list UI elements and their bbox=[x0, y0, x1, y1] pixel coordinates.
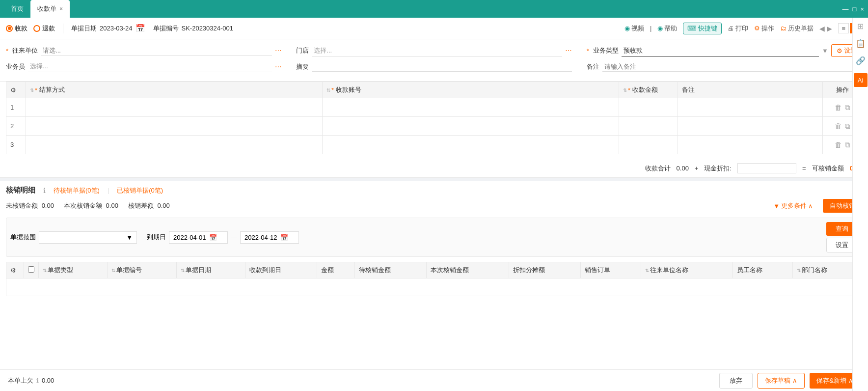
sort-icon-account: ⇅ bbox=[326, 87, 330, 93]
row-copy-icon-2[interactable]: ⧉ bbox=[845, 122, 850, 131]
row-amount-2[interactable] bbox=[619, 117, 678, 136]
partner-required: * bbox=[6, 47, 8, 55]
window-close-icon[interactable]: × bbox=[860, 5, 864, 13]
abandon-btn[interactable]: 放弃 bbox=[719, 373, 753, 389]
more-conditions-btn[interactable]: ▼ 更多条件 ∧ bbox=[773, 201, 813, 210]
row-amount-1[interactable] bbox=[619, 98, 678, 117]
select-all-checkbox[interactable] bbox=[28, 266, 34, 273]
business-type-arrow[interactable]: ▼ bbox=[822, 47, 828, 55]
form-section: * 往来单位 ··· 门店 选择... ··· * 业务类型 预收款 ▼ ⚙ 设… bbox=[0, 39, 868, 82]
view-list-btn[interactable]: ≡ bbox=[838, 23, 849, 33]
partner-dots-btn[interactable]: ··· bbox=[275, 46, 281, 55]
due-calendar-icon-2[interactable]: 📅 bbox=[280, 234, 288, 241]
discount-input[interactable] bbox=[737, 163, 796, 173]
row-account-3[interactable] bbox=[323, 136, 619, 154]
date-value: 2023-03-24 bbox=[100, 25, 133, 32]
note-input[interactable] bbox=[602, 62, 862, 72]
vcol-due: 收款到期日 bbox=[245, 262, 317, 279]
store-dots-btn[interactable]: ··· bbox=[565, 46, 571, 55]
vcol-discount: 折扣分摊额 bbox=[509, 262, 581, 279]
row-index-2: 2 bbox=[6, 117, 26, 136]
range-label: 单据范围 bbox=[10, 233, 36, 242]
bottom-btns: 放弃 保存草稿 ∧ 保存&新增 ∧ bbox=[719, 373, 860, 389]
due-date-from[interactable]: 2022-04-01 📅 bbox=[169, 231, 228, 244]
row-account-2[interactable] bbox=[323, 117, 619, 136]
col-amount: ⇅ * 收款金额 bbox=[619, 82, 678, 98]
window-min-icon[interactable]: — bbox=[842, 5, 849, 13]
row-settlement-2[interactable] bbox=[26, 117, 323, 136]
video-btn[interactable]: ◉ 视频 bbox=[624, 24, 644, 33]
total-value: 0.00 bbox=[677, 165, 689, 172]
row-delete-icon-1[interactable]: 🗑 bbox=[835, 103, 842, 112]
sidebar-link-icon[interactable]: 🔗 bbox=[856, 56, 866, 65]
row-delete-icon-3[interactable]: 🗑 bbox=[835, 140, 842, 149]
receipts-table: ⚙ ⇅ * 结算方式 ⇅ * 收款账号 bbox=[6, 82, 862, 154]
summary-input[interactable] bbox=[312, 62, 571, 72]
date-calendar-icon[interactable]: 📅 bbox=[136, 24, 145, 33]
verify-stats: 未核销金额 0.00 本次核销金额 0.00 核销差额 0.00 ▼ 更多条件 … bbox=[6, 199, 862, 213]
net-label: 可核销金额 bbox=[812, 164, 844, 173]
due-calendar-icon-1[interactable]: 📅 bbox=[209, 234, 217, 241]
toolbar-nav: ◀ ▶ bbox=[819, 25, 832, 32]
staff-dots-btn[interactable]: ··· bbox=[275, 62, 281, 71]
range-select[interactable]: ▼ bbox=[39, 231, 137, 244]
verify-pending-tab[interactable]: 待核销单据(0笔) bbox=[54, 186, 100, 195]
row-amount-3[interactable] bbox=[619, 136, 678, 154]
due-filter: 到期日 2022-04-01 📅 — 2022-04-12 📅 bbox=[147, 231, 299, 244]
sidebar-note-icon[interactable]: 📋 bbox=[856, 39, 866, 48]
chevron-up-icon: ∧ bbox=[808, 202, 813, 210]
row-note-2[interactable] bbox=[678, 117, 823, 136]
radio-refund-circle bbox=[33, 25, 40, 32]
nav-prev-icon[interactable]: ◀ bbox=[819, 25, 825, 32]
due-date-to-value: 2022-04-12 bbox=[244, 234, 277, 241]
form-row-2: 业务员 选择... ··· 摘要 备注 bbox=[6, 61, 862, 72]
note-field: 备注 bbox=[587, 62, 862, 72]
bottom-value: 0.00 bbox=[42, 377, 54, 384]
help-btn[interactable]: ◉ 帮助 bbox=[657, 24, 677, 33]
right-sidebar: ⊞ 📋 🔗 Ai bbox=[852, 18, 868, 391]
row-settlement-3[interactable] bbox=[26, 136, 323, 154]
row-settlement-1[interactable] bbox=[26, 98, 323, 117]
store-select[interactable]: 选择... bbox=[312, 45, 562, 56]
verify-info-icon[interactable]: ℹ bbox=[43, 187, 46, 195]
vcol-partner: ⇅ 往来单位名称 bbox=[641, 262, 733, 279]
receipt-refund-group: 收款 退款 bbox=[6, 24, 55, 33]
col-note: 备注 bbox=[678, 82, 823, 98]
row-copy-icon-3[interactable]: ⧉ bbox=[845, 140, 850, 149]
row-note-1[interactable] bbox=[678, 98, 823, 117]
row-note-3[interactable] bbox=[678, 136, 823, 154]
nav-next-icon[interactable]: ▶ bbox=[827, 25, 832, 32]
row-copy-icon-1[interactable]: ⧉ bbox=[845, 103, 850, 112]
table-gear-icon[interactable]: ⚙ bbox=[10, 86, 16, 94]
due-date-to[interactable]: 2022-04-12 📅 bbox=[240, 231, 299, 244]
business-type-select[interactable]: 预收款 bbox=[622, 45, 819, 56]
vcol-checkbox bbox=[24, 262, 39, 279]
equals-sign: = bbox=[802, 165, 806, 172]
row-delete-icon-2[interactable]: 🗑 bbox=[835, 122, 842, 131]
vtable-gear-icon[interactable]: ⚙ bbox=[10, 267, 16, 274]
table-row: 3 🗑 ⧉ bbox=[6, 136, 862, 154]
form-row-1: * 往来单位 ··· 门店 选择... ··· * 业务类型 预收款 ▼ ⚙ 设… bbox=[6, 44, 862, 57]
tab-home[interactable]: 首页 bbox=[4, 0, 30, 18]
row-index-1: 1 bbox=[6, 98, 26, 117]
draft-btn[interactable]: 保存草稿 ∧ bbox=[758, 373, 805, 389]
operations-btn[interactable]: ⚙ 操作 bbox=[754, 24, 774, 33]
bottom-info-icon[interactable]: ℹ bbox=[36, 377, 39, 384]
shortcut-btn[interactable]: ⌨ 快捷键 bbox=[683, 23, 722, 34]
print-btn[interactable]: 🖨 打印 bbox=[728, 24, 748, 33]
tab-active[interactable]: 收款单 × bbox=[30, 0, 70, 18]
radio-refund[interactable]: 退款 bbox=[33, 24, 55, 33]
vcol-dept: ⇅ 部门名称 bbox=[793, 262, 862, 279]
sidebar-ai-icon[interactable]: Ai bbox=[854, 73, 868, 87]
tab-close-icon[interactable]: × bbox=[59, 5, 63, 12]
row-account-1[interactable] bbox=[323, 98, 619, 117]
sidebar-table-icon[interactable]: ⊞ bbox=[857, 22, 864, 31]
verify-done-tab[interactable]: 已核销单据(0笔) bbox=[117, 186, 163, 195]
staff-select[interactable]: 选择... bbox=[28, 61, 272, 72]
date-label: 单据日期 bbox=[71, 24, 97, 33]
radio-receipt[interactable]: 收款 bbox=[6, 24, 27, 33]
partner-field: * 往来单位 ··· bbox=[6, 46, 281, 56]
history-btn[interactable]: 🗂 历史单据 bbox=[780, 24, 814, 33]
partner-input[interactable] bbox=[41, 46, 272, 56]
window-max-icon[interactable]: □ bbox=[853, 5, 857, 13]
